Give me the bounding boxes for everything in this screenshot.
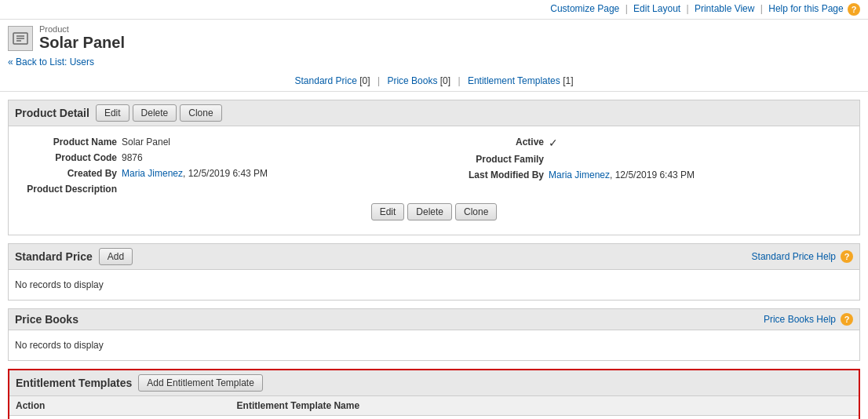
page-title: Solar Panel	[39, 34, 125, 52]
standard-price-help-link[interactable]: Standard Price Help	[752, 251, 836, 262]
last-modified-date: , 12/5/2019 6:43 PM	[610, 169, 695, 180]
clone-button-top[interactable]: Clone	[180, 104, 221, 122]
created-by-date: , 12/5/2019 6:43 PM	[183, 168, 268, 179]
entitlement-action-cell: Remove	[9, 416, 231, 420]
price-books-help-link[interactable]: Price Books Help	[764, 314, 836, 325]
active-label: Active	[442, 137, 544, 148]
edit-layout-link[interactable]: Edit Layout	[633, 3, 680, 14]
price-books-count: [0]	[440, 75, 450, 86]
entitlement-templates-section-link[interactable]: Entitlement Templates	[468, 75, 560, 86]
last-modified-row: Last Modified By Maria Jimenez, 12/5/201…	[442, 167, 853, 183]
content-area: Product Detail Edit Delete Clone Product…	[0, 100, 868, 419]
clone-button-bottom[interactable]: Clone	[455, 203, 497, 220]
created-by-value: Maria Jimenez, 12/5/2019 6:43 PM	[122, 168, 426, 179]
help-link[interactable]: Help for this Page	[768, 3, 843, 14]
price-books-help-icon[interactable]: ?	[841, 313, 853, 326]
entitlement-templates-table: Action Entitlement Template Name RemoveP…	[9, 396, 859, 419]
standard-price-help-icon[interactable]: ?	[841, 250, 853, 263]
entitlement-templates-tbody: RemovePhone Support	[9, 416, 859, 420]
customize-page-link[interactable]: Customize Page	[550, 3, 619, 14]
product-code-value: 9876	[122, 152, 426, 163]
price-books-no-records: No records to display	[15, 337, 853, 354]
product-icon	[8, 26, 33, 51]
top-bar: Customize Page | Edit Layout | Printable…	[0, 0, 868, 20]
standard-price-add-button[interactable]: Add	[99, 248, 133, 265]
last-modified-value: Maria Jimenez, 12/5/2019 6:43 PM	[549, 169, 853, 180]
created-by-row: Created By Maria Jimenez, 12/5/2019 6:43…	[15, 166, 426, 181]
price-books-section: Price Books Price Books Help ? No record…	[8, 308, 860, 361]
product-name-row: Product Name Solar Panel	[15, 134, 426, 150]
standard-price-header: Standard Price Add Standard Price Help ?	[8, 243, 860, 270]
standard-price-count: [0]	[359, 75, 370, 86]
price-books-body: No records to display	[8, 330, 860, 361]
col-action: Action	[9, 396, 231, 416]
entitlement-templates-header-row: Action Entitlement Template Name	[9, 396, 859, 416]
help-icon[interactable]: ?	[848, 3, 860, 16]
entitlement-templates-title: Entitlement Templates	[16, 377, 132, 389]
product-description-row: Product Description	[15, 181, 426, 197]
entitlement-templates-thead: Action Entitlement Template Name	[9, 396, 859, 416]
product-description-label: Product Description	[15, 184, 117, 195]
entitlement-templates-body: Action Entitlement Template Name RemoveP…	[9, 396, 859, 419]
section-links: Standard Price [0] | Price Books [0] | E…	[0, 71, 868, 92]
price-books-title: Price Books	[15, 313, 78, 326]
back-to-list-link[interactable]: « Back to List: Users	[8, 56, 94, 67]
created-by-label: Created By	[15, 168, 117, 179]
page-subtitle: Product	[39, 24, 125, 34]
product-name-label: Product Name	[15, 137, 117, 148]
price-books-header: Price Books Price Books Help ?	[8, 308, 860, 330]
last-modified-label: Last Modified By	[442, 169, 544, 180]
product-family-label: Product Family	[442, 154, 544, 165]
product-detail-top-buttons: Edit Delete Clone	[96, 104, 222, 122]
col-name: Entitlement Template Name	[231, 396, 859, 416]
edit-button-top[interactable]: Edit	[96, 104, 129, 122]
standard-price-section-link[interactable]: Standard Price	[295, 75, 357, 86]
price-books-section-link[interactable]: Price Books	[387, 75, 437, 86]
entitlement-templates-section: Entitlement Templates Add Entitlement Te…	[8, 369, 860, 419]
add-entitlement-template-button[interactable]: Add Entitlement Template	[138, 374, 263, 392]
active-value: ✓	[549, 137, 853, 149]
product-detail-left: Product Name Solar Panel Product Code 98…	[15, 134, 426, 197]
standard-price-no-records: No records to display	[15, 276, 853, 293]
product-code-row: Product Code 9876	[15, 150, 426, 166]
back-link-container: « Back to List: Users	[0, 55, 868, 71]
entitlement-templates-header: Entitlement Templates Add Entitlement Te…	[9, 370, 859, 396]
product-detail-grid: Product Name Solar Panel Product Code 98…	[15, 134, 853, 197]
product-code-label: Product Code	[15, 152, 117, 163]
table-row: RemovePhone Support	[9, 416, 859, 420]
product-detail-section: Product Detail Edit Delete Clone Product…	[8, 100, 860, 235]
page-header-info: Product Solar Panel	[39, 24, 125, 52]
product-family-row: Product Family	[442, 151, 853, 167]
product-detail-bottom-buttons: Edit Delete Clone	[15, 197, 853, 227]
created-by-link[interactable]: Maria Jimenez	[122, 168, 183, 179]
printable-view-link[interactable]: Printable View	[695, 3, 755, 14]
product-detail-title: Product Detail	[15, 107, 89, 119]
delete-button-bottom[interactable]: Delete	[407, 203, 452, 220]
last-modified-link[interactable]: Maria Jimenez	[549, 169, 610, 180]
entitlement-name-cell: Phone Support	[231, 416, 859, 420]
standard-price-body: No records to display	[8, 270, 860, 301]
standard-price-section: Standard Price Add Standard Price Help ?…	[8, 243, 860, 301]
active-row: Active ✓	[442, 134, 853, 151]
standard-price-title: Standard Price	[15, 250, 93, 263]
delete-button-top[interactable]: Delete	[133, 104, 177, 122]
product-detail-header: Product Detail Edit Delete Clone	[9, 100, 859, 126]
product-detail-body: Product Name Solar Panel Product Code 98…	[9, 126, 859, 235]
edit-button-bottom[interactable]: Edit	[371, 203, 405, 220]
product-detail-right: Active ✓ Product Family Last Modified By…	[442, 134, 853, 197]
product-name-value: Solar Panel	[122, 137, 426, 148]
entitlement-templates-count: [1]	[563, 75, 573, 86]
page-header: Product Solar Panel	[0, 20, 868, 55]
